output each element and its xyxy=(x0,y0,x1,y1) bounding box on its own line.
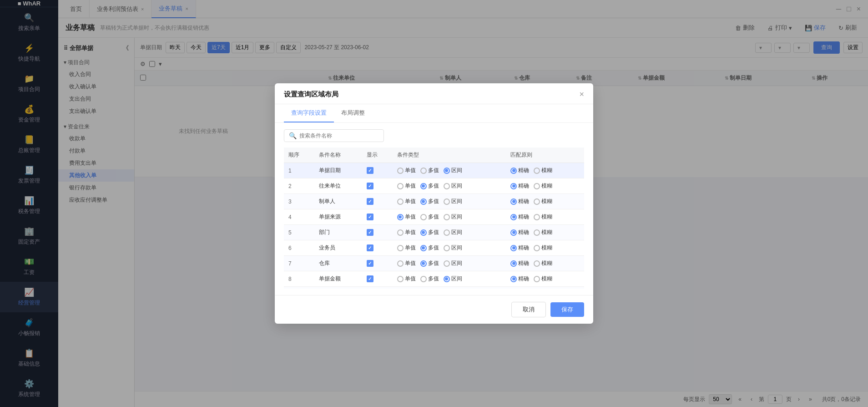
row-type-5: 单值多值区间 xyxy=(393,225,506,240)
radio-type-type_range-3[interactable]: 区间 xyxy=(444,198,462,205)
radio-match-match_fuzzy-1[interactable]: 模糊 xyxy=(534,167,552,174)
radio-label-type_multi: 多值 xyxy=(428,244,439,252)
dialog-header: 设置查询区域布局 × xyxy=(275,83,593,104)
radio-type-type_multi-8[interactable]: 多值 xyxy=(420,275,439,283)
row-name-7: 仓库 xyxy=(314,256,362,271)
row-match-5: 精确模糊 xyxy=(506,225,584,240)
radio-match-match_fuzzy-6[interactable]: 模糊 xyxy=(534,244,552,252)
radio-match-match_exact-4[interactable]: 精确 xyxy=(510,213,529,221)
radio-type-type_range-5[interactable]: 区间 xyxy=(444,229,462,236)
radio-type-type_single-8[interactable]: 单值 xyxy=(397,275,416,283)
radio-match-match_fuzzy-7[interactable]: 模糊 xyxy=(534,259,552,267)
row-seq-2: 2 xyxy=(284,178,314,194)
settings-row-6: 6业务员单值多值区间精确模糊 xyxy=(284,240,584,256)
settings-table: 顺序 条件名称 显示 条件类型 匹配原则 1单据日期单值多值区间精确模糊2往来单… xyxy=(284,148,584,289)
radio-label-type_range: 区间 xyxy=(451,182,462,190)
condition-search-input[interactable] xyxy=(299,132,377,139)
row-show-8[interactable] xyxy=(362,271,393,287)
settings-row-9: 9备注单值多值区间精确模糊 xyxy=(284,287,584,289)
row-show-6[interactable] xyxy=(362,240,393,256)
show-checkbox-1[interactable] xyxy=(367,167,373,174)
radio-type-type_single-7[interactable]: 单值 xyxy=(397,259,416,267)
radio-match-match_fuzzy-4[interactable]: 模糊 xyxy=(534,213,552,221)
radio-match-match_fuzzy-2[interactable]: 模糊 xyxy=(534,182,552,190)
radio-type-type_multi-4[interactable]: 多值 xyxy=(420,213,439,221)
radio-match-label-match_fuzzy: 模糊 xyxy=(541,198,552,205)
show-checkbox-5[interactable] xyxy=(367,229,373,236)
radio-type-type_range-1[interactable]: 区间 xyxy=(444,167,462,174)
settings-row-3: 3制单人单值多值区间精确模糊 xyxy=(284,194,584,209)
radio-type-type_single-6[interactable]: 单值 xyxy=(397,244,416,252)
radio-circle-type_single xyxy=(397,183,404,189)
radio-circle-type_range xyxy=(444,260,450,267)
row-match-8: 精确模糊 xyxy=(506,271,584,287)
radio-match-label-match_exact: 精确 xyxy=(518,275,529,283)
radio-match-match_fuzzy-8[interactable]: 模糊 xyxy=(534,275,552,283)
radio-type-type_multi-2[interactable]: 多值 xyxy=(420,182,439,190)
show-checkbox-6[interactable] xyxy=(367,244,373,251)
radio-type-type_range-2[interactable]: 区间 xyxy=(444,182,462,190)
radio-type-type_range-4[interactable]: 区间 xyxy=(444,213,462,221)
settings-row-7: 7仓库单值多值区间精确模糊 xyxy=(284,256,584,271)
row-seq-6: 6 xyxy=(284,240,314,256)
radio-label-type_multi: 多值 xyxy=(428,259,439,267)
radio-match-label-match_exact: 精确 xyxy=(518,229,529,236)
radio-label-type_multi: 多值 xyxy=(428,167,439,174)
radio-type-type_multi-5[interactable]: 多值 xyxy=(420,229,439,236)
radio-label-type_single: 单值 xyxy=(405,198,416,205)
dialog-close-btn[interactable]: × xyxy=(579,90,584,99)
row-show-3[interactable] xyxy=(362,194,393,209)
row-type-7: 单值多值区间 xyxy=(393,256,506,271)
radio-type-type_range-8[interactable]: 区间 xyxy=(444,275,462,283)
radio-match-match_exact-1[interactable]: 精确 xyxy=(510,167,529,174)
row-show-5[interactable] xyxy=(362,225,393,240)
radio-type-type_single-2[interactable]: 单值 xyxy=(397,182,416,190)
radio-type-type_multi-3[interactable]: 多值 xyxy=(420,198,439,205)
settings-row-8: 8单据金额单值多值区间精确模糊 xyxy=(284,271,584,287)
show-checkbox-7[interactable] xyxy=(367,260,373,267)
row-show-2[interactable] xyxy=(362,178,393,194)
radio-match-match_fuzzy-5[interactable]: 模糊 xyxy=(534,229,552,236)
radio-type-type_single-5[interactable]: 单值 xyxy=(397,229,416,236)
dialog-tab-layout-adjust[interactable]: 布局调整 xyxy=(334,104,372,122)
row-show-9[interactable] xyxy=(362,287,393,289)
row-seq-7: 7 xyxy=(284,256,314,271)
show-checkbox-8[interactable] xyxy=(367,275,373,282)
radio-type-type_range-7[interactable]: 区间 xyxy=(444,259,462,267)
radio-type-type_single-4[interactable]: 单值 xyxy=(397,213,416,221)
row-name-2: 往来单位 xyxy=(314,178,362,194)
radio-match-match_exact-2[interactable]: 精确 xyxy=(510,182,529,190)
radio-type-type_single-3[interactable]: 单值 xyxy=(397,198,416,205)
cancel-button[interactable]: 取消 xyxy=(511,302,546,317)
show-checkbox-2[interactable] xyxy=(367,183,373,189)
row-show-4[interactable] xyxy=(362,209,393,225)
radio-match-match_exact-3[interactable]: 精确 xyxy=(510,198,529,205)
radio-match-match_exact-5[interactable]: 精确 xyxy=(510,229,529,236)
radio-type-type_range-6[interactable]: 区间 xyxy=(444,244,462,252)
search-icon: 🔍 xyxy=(289,132,297,139)
radio-type-type_multi-6[interactable]: 多值 xyxy=(420,244,439,252)
radio-type-type_multi-1[interactable]: 多值 xyxy=(420,167,439,174)
radio-type-type_multi-7[interactable]: 多值 xyxy=(420,259,439,267)
radio-match-match_fuzzy-3[interactable]: 模糊 xyxy=(534,198,552,205)
save-button[interactable]: 保存 xyxy=(550,302,584,317)
row-name-8: 单据金额 xyxy=(314,271,362,287)
row-seq-8: 8 xyxy=(284,271,314,287)
radio-match-match_exact-8[interactable]: 精确 xyxy=(510,275,529,283)
radio-match-match_exact-6[interactable]: 精确 xyxy=(510,244,529,252)
show-checkbox-3[interactable] xyxy=(367,198,373,205)
radio-type-type_single-1[interactable]: 单值 xyxy=(397,167,416,174)
row-show-7[interactable] xyxy=(362,256,393,271)
radio-match-match_exact-7[interactable]: 精确 xyxy=(510,259,529,267)
radio-circle-type_range xyxy=(444,214,450,220)
row-type-8: 单值多值区间 xyxy=(393,271,506,287)
radio-label-type_single: 单值 xyxy=(405,182,416,190)
row-seq-4: 4 xyxy=(284,209,314,225)
dialog-tab-field-settings[interactable]: 查询字段设置 xyxy=(284,104,334,122)
row-show-1[interactable] xyxy=(362,163,393,178)
radio-label-type_range: 区间 xyxy=(451,244,462,252)
show-checkbox-4[interactable] xyxy=(367,214,373,220)
settings-scroll: 顺序 条件名称 显示 条件类型 匹配原则 1单据日期单值多值区间精确模糊2往来单… xyxy=(284,148,584,289)
radio-circle-type_single xyxy=(397,276,404,282)
settings-row-4: 4单据来源单值多值区间精确模糊 xyxy=(284,209,584,225)
